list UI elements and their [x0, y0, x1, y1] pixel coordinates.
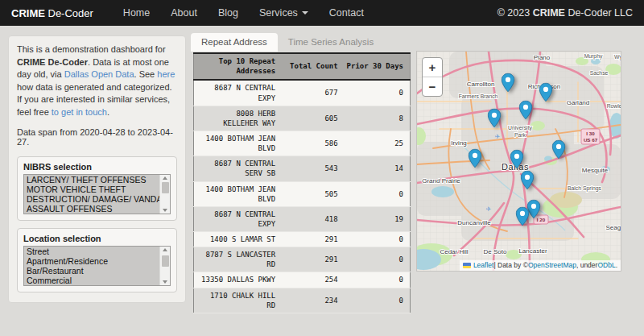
map-place-label: Carrollton — [467, 81, 495, 88]
road-shield: I 30US 67 — [581, 129, 600, 144]
map-place-label: Plano — [534, 54, 551, 61]
listbox-option[interactable]: DESTRUCTION/ DAMAGE/ VANDALISM OF P — [24, 194, 159, 204]
scroll-thumb[interactable] — [162, 255, 169, 267]
table-row: 8008 HERB KELLEHER WAY6058 — [194, 106, 411, 131]
link-get-in-touch[interactable]: to get in touch — [52, 107, 107, 117]
scroll-down-icon[interactable] — [163, 280, 167, 284]
map-container[interactable]: PlanoMurphyWySachseCarrolltonRichardsonF… — [416, 51, 621, 272]
listbox-option[interactable]: Bar/Restaurant — [24, 266, 159, 276]
table-row: 8787 S LANCASTER RD2910 — [194, 247, 411, 272]
location-options: StreetApartment/ResidenceBar/RestaurantC… — [24, 247, 159, 285]
nav-menu: Home About Blog Services Contact — [113, 7, 374, 19]
table-row: 1400 S LAMAR ST2910 — [194, 232, 411, 247]
map-attribution: Leaflet | Data by © OpenStreetMap , unde… — [460, 260, 621, 271]
scroll-up-icon[interactable] — [163, 176, 167, 180]
svg-text:US 67: US 67 — [584, 137, 598, 143]
table-row: 1400 BOTHAM JEAN BLVD5050 — [194, 181, 411, 206]
scroll-up-icon[interactable] — [163, 248, 167, 251]
map-place-label: Farmers Branch — [459, 93, 498, 99]
svg-text:I 30: I 30 — [586, 131, 595, 136]
listbox-option[interactable]: Street — [24, 247, 159, 256]
map-place-label: Park — [514, 132, 526, 138]
map-place-label: Cedar Hill — [440, 248, 468, 255]
map-place-label: Irving — [451, 139, 467, 147]
repeat-address-table: Top 10 Repeat Addresses Total Count Prio… — [193, 52, 411, 313]
tab-time-series-analysis[interactable]: Time Series Analysis — [278, 33, 384, 52]
nav-item-blog[interactable]: Blog — [208, 7, 249, 19]
table-row: 1400 BOTHAM JEAN BLVD58625 — [194, 131, 411, 156]
column-header-total-count: Total Count — [279, 53, 341, 80]
map-place-label: De Soto — [484, 248, 507, 255]
zoom-in-button[interactable]: + — [423, 58, 442, 77]
nav-item-services[interactable]: Services — [249, 7, 319, 19]
location-scrollbar[interactable] — [159, 247, 170, 285]
scroll-thumb[interactable] — [162, 182, 169, 193]
navbar: CRIME De-Coder Home About Blog Services … — [0, 0, 644, 26]
column-header-addresses: Top 10 Repeat Addresses — [194, 53, 279, 80]
map-zoom-control: + − — [422, 57, 443, 97]
tab-repeat-address[interactable]: Repeat Address — [191, 33, 278, 52]
map-place-label: Lancaster — [518, 247, 547, 255]
listbox-option[interactable]: MOTOR VEHICLE THEFT — [24, 185, 159, 194]
table-row: 1710 CHALK HILL RD2340 — [194, 288, 411, 313]
data-span-text: Data span from 2020-04-28 to 2023-04-27. — [17, 127, 177, 147]
brand[interactable]: CRIME De-Coder — [11, 7, 93, 19]
nibrs-options: LARCENY/ THEFT OFFENSESMOTOR VEHICLE THE… — [24, 175, 159, 214]
location-selection-label: Location selection — [23, 234, 171, 243]
openstreetmap-link[interactable]: OpenStreetMap — [528, 261, 576, 269]
nav-item-about[interactable]: About — [160, 7, 208, 19]
odbl-link[interactable]: ODbL — [597, 261, 615, 269]
road-shield: I 20 — [534, 215, 548, 224]
table-row: 8687 N CENTRAL EXPY6770 — [194, 80, 411, 106]
nav-item-home[interactable]: Home — [113, 7, 160, 19]
map-place-label: Mesquite — [582, 167, 609, 174]
map-svg: PlanoMurphyWySachseCarrolltonRichardsonF… — [417, 52, 621, 271]
table-row: 13350 DALLAS PKWY2540 — [194, 272, 411, 288]
listbox-option[interactable]: Apartment/Residence — [24, 256, 159, 266]
ukraine-flag-icon — [463, 263, 471, 268]
map-place-label: Sachse — [590, 70, 609, 76]
tab-bar: Repeat Address Time Series Analysis — [191, 34, 384, 52]
map-place-label: Seago — [605, 224, 621, 231]
map-place-label: Rowlett — [607, 103, 621, 109]
map-place-label: Grand Prairie — [422, 177, 460, 185]
zoom-out-button[interactable]: − — [423, 77, 442, 96]
nibrs-scrollbar[interactable] — [159, 175, 170, 214]
listbox-option[interactable]: Commercial — [24, 276, 159, 285]
leaflet-link[interactable]: Leaflet — [473, 261, 494, 269]
column-header-prior-30-days: Prior 30 Days — [341, 53, 411, 80]
sidebar-panel: This is a demonstration dashboard for CR… — [8, 35, 186, 303]
nibrs-listbox[interactable]: LARCENY/ THEFT OFFENSESMOTOR VEHICLE THE… — [23, 174, 171, 214]
map-place-label: University — [508, 125, 532, 131]
nav-item-services-label: Services — [259, 7, 298, 19]
airport-icon: ✈ — [486, 205, 492, 213]
brand-rest: De-Coder — [45, 7, 93, 19]
svg-text:I 20: I 20 — [537, 217, 546, 222]
nav-item-contact[interactable]: Contact — [319, 7, 374, 19]
location-selection-group: Location selection StreetApartment/Resid… — [17, 228, 177, 292]
airport-icon: ✈ — [495, 133, 501, 140]
scroll-down-icon[interactable] — [163, 209, 167, 212]
map-place-label: Wy — [614, 54, 621, 60]
caret-down-icon — [302, 11, 308, 15]
copyright: © 2023 CRIME De-Coder LLC — [497, 7, 633, 19]
intro-text: This is a demonstration dashboard for CR… — [17, 44, 177, 119]
listbox-option[interactable]: ASSAULT OFFENSES — [24, 204, 159, 214]
table-row: 8687 N CENTRAL EXPY41819 — [194, 206, 411, 231]
brand-bold: CRIME — [11, 7, 45, 19]
location-listbox[interactable]: StreetApartment/ResidenceBar/RestaurantC… — [23, 246, 171, 286]
map-place-label: Garland — [567, 99, 589, 106]
link-dallas-open-data[interactable]: Dallas Open Data — [64, 69, 134, 79]
nibrs-selection-group: NIBRS selection LARCENY/ THEFT OFFENSESM… — [17, 156, 177, 221]
table-row: 8687 N CENTRAL SERV SB54314 — [194, 156, 411, 181]
repeat-address-rows: 8687 N CENTRAL EXPY67708008 HERB KELLEHE… — [194, 80, 411, 313]
listbox-option[interactable]: LARCENY/ THEFT OFFENSES — [24, 175, 159, 185]
link-here[interactable]: here — [157, 69, 175, 79]
map-place-label: Duncanville — [457, 219, 491, 226]
nibrs-selection-label: NIBRS selection — [23, 162, 171, 172]
map-place-label: Balch Springs — [568, 185, 602, 192]
map-place-label: Murphy — [584, 53, 603, 60]
